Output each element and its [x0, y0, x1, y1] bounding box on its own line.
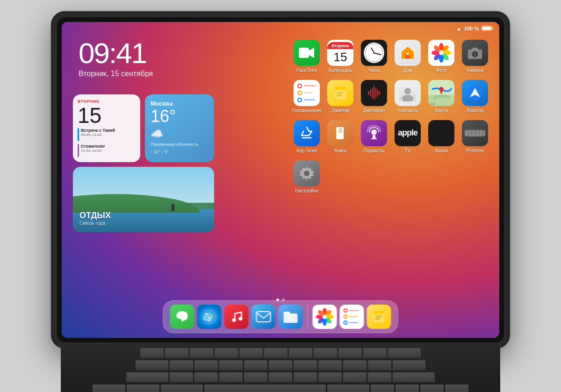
key-o[interactable]	[338, 348, 362, 358]
key-x[interactable]	[194, 372, 218, 383]
key-b[interactable]	[269, 372, 292, 383]
app-settings[interactable]: Настройки	[290, 157, 324, 198]
calendar-label: Календарь	[329, 68, 352, 73]
key-ctrl[interactable]	[93, 385, 125, 392]
notes2-dock-icon	[367, 305, 391, 329]
key-s[interactable]	[194, 360, 218, 371]
app-calendar[interactable]: Вторник 15 Календарь	[324, 37, 357, 77]
key-cmd-right[interactable]	[327, 385, 369, 392]
key-p[interactable]	[363, 348, 387, 358]
key-backspace[interactable]	[388, 348, 421, 358]
key-j[interactable]	[318, 360, 342, 371]
ipad-body: ▲ 100 % 09:41 Вторник, 15 сентября	[51, 12, 510, 348]
svg-point-47	[304, 171, 309, 176]
camera-label: Камера	[467, 68, 483, 73]
key-h[interactable]	[294, 360, 317, 371]
key-tab[interactable]	[136, 360, 168, 371]
app-books[interactable]: Книги	[324, 117, 357, 157]
key-r[interactable]	[215, 348, 238, 358]
svg-point-16	[479, 50, 480, 51]
dock-mail[interactable]	[252, 305, 276, 329]
app-appstore[interactable]: App Store	[290, 117, 324, 157]
reminders-icon	[294, 80, 320, 106]
dock-messages[interactable]	[170, 305, 194, 329]
dock-safari[interactable]	[197, 305, 222, 329]
cal-event-1: Встреча с Таней 09:45–11:00	[78, 128, 136, 141]
app-notes[interactable]: Заметки	[324, 77, 357, 117]
safari-dock-icon	[197, 305, 222, 329]
key-m[interactable]	[318, 372, 342, 383]
clock-area: 09:41 Вторник, 15 сентября	[79, 39, 153, 78]
screen: ▲ 100 % 09:41 Вторник, 15 сентября	[62, 22, 499, 338]
app-locator[interactable]: Локатор	[458, 77, 492, 117]
app-contacts[interactable]: Контакты	[391, 77, 424, 117]
key-k[interactable]	[343, 360, 367, 371]
key-cmd-left[interactable]	[161, 385, 203, 392]
key-shift-left[interactable]	[126, 372, 168, 383]
app-tv[interactable]: apple TV	[391, 117, 424, 157]
key-n[interactable]	[294, 372, 317, 383]
key-v[interactable]	[244, 372, 267, 383]
dock-music[interactable]	[224, 305, 249, 329]
battery-indicator	[482, 26, 492, 31]
weather-widget[interactable]: Москва 16° ☁️ Переменная облачность ↑ 22…	[145, 94, 214, 162]
key-up[interactable]	[420, 385, 444, 392]
key-comma[interactable]	[343, 372, 367, 383]
dock-reminders[interactable]	[340, 305, 364, 329]
key-l[interactable]	[368, 360, 391, 371]
app-home[interactable]: Дом	[391, 37, 424, 77]
key-u[interactable]	[289, 348, 312, 358]
svg-rect-68	[374, 311, 384, 314]
dock-divider	[308, 305, 308, 329]
app-voice[interactable]: Диктофон	[357, 77, 391, 117]
key-c[interactable]	[219, 372, 243, 383]
key-i[interactable]	[314, 348, 337, 358]
files-dock-icon	[279, 305, 303, 329]
clock-date: Вторник, 15 сентября	[79, 70, 153, 78]
screen-bezel: ▲ 100 % 09:41 Вторник, 15 сентября	[57, 17, 504, 342]
app-photos[interactable]: Фото	[424, 37, 458, 77]
home-label: Дом	[403, 68, 412, 73]
event-1-time: 09:45–11:00	[81, 133, 136, 137]
app-stocks[interactable]: Акции	[424, 117, 458, 157]
key-z[interactable]	[170, 372, 193, 383]
podcasts-label: Подкасты	[363, 148, 384, 154]
cal-widget-day-name: ВТОРНИК	[78, 99, 136, 104]
app-camera[interactable]: Камера	[458, 37, 492, 77]
key-g[interactable]	[269, 360, 292, 371]
tv-label: TV	[405, 148, 411, 154]
key-w[interactable]	[165, 348, 188, 358]
app-podcasts[interactable]: Подкасты	[357, 117, 391, 157]
dock-photos[interactable]	[313, 305, 337, 329]
key-period[interactable]	[368, 372, 391, 383]
voice-icon	[361, 80, 387, 106]
calendar-widget[interactable]: ВТОРНИК 15 Встреча с Таней 09:45–11:00	[73, 94, 140, 162]
dock-notes[interactable]	[367, 305, 391, 329]
app-reminders[interactable]: Напоминания	[290, 77, 324, 117]
photo-widget[interactable]: ОТДЫХ Сквозь года	[73, 167, 214, 232]
app-facetime[interactable]: FaceTime	[290, 37, 324, 77]
key-alt[interactable]	[127, 385, 159, 392]
app-measure[interactable]: Рулетка	[458, 117, 492, 157]
key-down[interactable]	[396, 385, 419, 392]
key-y[interactable]	[264, 348, 288, 358]
key-t[interactable]	[239, 348, 263, 358]
key-shift-right[interactable]	[393, 372, 435, 383]
key-a[interactable]	[170, 360, 193, 371]
home-app-icon	[395, 40, 421, 66]
key-q[interactable]	[140, 348, 164, 358]
dock-files[interactable]	[279, 305, 303, 329]
weather-desc: Переменная облачность	[151, 142, 209, 148]
key-space[interactable]	[204, 385, 326, 392]
key-left[interactable]	[371, 385, 394, 392]
key-f[interactable]	[244, 360, 267, 371]
app-maps[interactable]: 360 Карты	[424, 77, 458, 117]
svg-rect-2	[405, 55, 410, 59]
app-clock[interactable]: Часы	[357, 37, 391, 77]
key-right[interactable]	[445, 385, 468, 392]
key-d[interactable]	[219, 360, 243, 371]
dock	[163, 300, 398, 333]
key-return[interactable]	[393, 360, 425, 371]
key-e[interactable]	[190, 348, 213, 358]
event-2-time: 12:30–14:00	[81, 149, 136, 153]
